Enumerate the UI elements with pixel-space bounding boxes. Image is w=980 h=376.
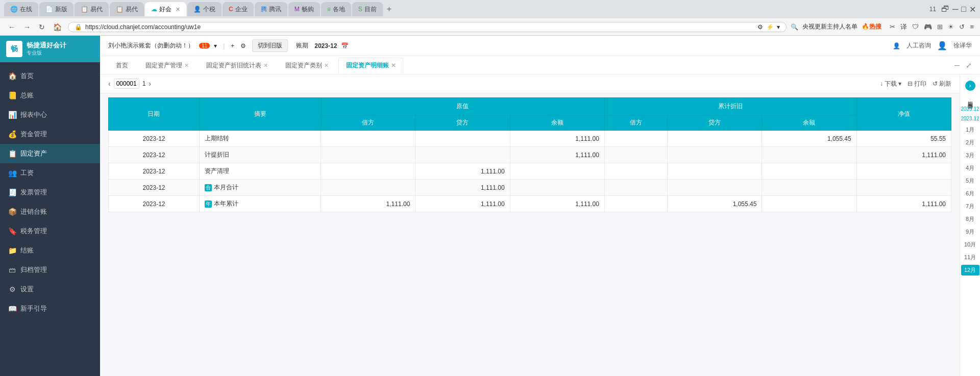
window-expand-icon[interactable]: ⤢ [966,61,972,69]
nav-item-label: 发票管理 [20,188,47,197]
prev-page-button[interactable]: ‹ [108,80,111,88]
browser-tab-changou[interactable]: M 畅购 [288,2,320,16]
cell-orig-credit [415,131,510,147]
download-button[interactable]: ↓ 下载 ▾ [880,80,901,88]
translate-icon[interactable]: 译 [900,22,907,32]
next-page-button[interactable]: › [149,80,151,88]
close-tab-icon[interactable]: ✕ [184,62,189,69]
tab-label: 企业 [235,5,248,14]
tab-asset-detail[interactable]: 固定资产明细账 ✕ [338,58,403,73]
url-box[interactable]: 🔒 https://cloud.chanjet.com/accounting/u… [68,22,787,32]
brightness-icon[interactable]: ☀ [948,23,954,31]
sidebar-subtitle: 专业版 [27,49,66,57]
sidebar-item-general-ledger[interactable]: 📒 总账 [0,86,100,105]
grid-icon[interactable]: ⊞ [937,23,943,31]
browser-tab-new[interactable]: 📄 新版 [39,2,74,16]
window-minimize-icon[interactable]: ─ [954,61,960,69]
sidebar-item-funds[interactable]: 💰 资金管理 [0,124,100,144]
month-3[interactable]: 3月 [961,150,979,161]
scissors-icon[interactable]: ✂ [890,23,895,31]
page-input[interactable] [114,79,139,89]
close-icon[interactable]: ✕ [176,6,180,13]
browser-tab-online[interactable]: 🌐 在线 [4,2,38,16]
switch-version-button[interactable]: 切到旧版 [252,39,288,52]
cell-orig-balance: 1,111.00 [510,147,604,163]
browser-tab-yidai1[interactable]: 📋 易代 [75,2,109,16]
sidebar-item-settings[interactable]: ⚙ 设置 [0,280,100,299]
cell-orig-debit [321,163,415,180]
collapse-button[interactable]: › [965,81,975,91]
browser-tab-muqian[interactable]: S 目前 [352,2,383,16]
dropdown-arrow[interactable]: ▾ [214,42,217,49]
nav-item-label: 进销台账 [20,207,47,216]
add-tab-button[interactable]: + [384,5,395,14]
month-9[interactable]: 9月 [961,227,979,237]
sidebar-item-reports[interactable]: 📊 报表中心 [0,105,100,124]
close-window-button[interactable]: ✕ [969,5,976,14]
browser-tab-haokuai[interactable]: ☁ 好会 ✕ [145,2,186,16]
browser-tab-qiye[interactable]: C 企业 [223,2,254,16]
maximize-button[interactable]: □ [961,5,966,14]
badge-count[interactable]: 11 [929,6,936,13]
forward-button[interactable]: → [21,22,33,32]
month-10[interactable]: 10月 [961,239,979,250]
close-tab-icon[interactable]: ✕ [263,62,268,69]
shield-icon[interactable]: 🛡 [912,23,919,31]
sidebar-item-inventory[interactable]: 📦 进销台账 [0,202,100,221]
browser-tab-yidai2[interactable]: 📋 易代 [110,2,144,16]
month-4[interactable]: 4月 [961,163,979,173]
tab-asset-category[interactable]: 固定资产类别 ✕ [278,58,336,73]
cell-orig-balance: 1,111.00 [510,196,604,212]
settings-button[interactable]: ⚙ [240,42,246,49]
month-1[interactable]: 1月 [961,124,979,135]
sidebar-item-home[interactable]: 🏠 首页 [0,66,100,86]
month-8[interactable]: 8月 [961,214,979,224]
browser-tab-tengxun[interactable]: 腾 腾讯 [255,2,287,16]
menu-icon[interactable]: ≡ [970,23,974,31]
sidebar-item-tax[interactable]: 🔖 税务管理 [0,221,100,241]
close-tab-icon[interactable]: ✕ [391,62,396,69]
month-5[interactable]: 5月 [961,176,979,186]
close-tab-icon[interactable]: ✕ [324,62,329,69]
undo-icon[interactable]: ↺ [959,23,965,31]
sidebar-item-close[interactable]: 📁 结账 [0,241,100,260]
browser-tab-geshui[interactable]: 👤 个税 [187,2,222,16]
restore-button[interactable]: 🗗 [941,5,949,14]
calendar-icon[interactable]: 📅 [341,42,349,49]
cell-accum-debit [604,131,667,147]
sidebar-item-payroll[interactable]: 👥 工资 [0,163,100,183]
right-panel: › 期间选择 2023.12 2023.12 1月 2月 3月 4月 5月 6月… [960,74,980,376]
cell-date: 2023-12 [109,131,200,147]
month-7[interactable]: 7月 [961,201,979,212]
col-accum-debit: 借方 [604,115,667,131]
browser-tab-gedi[interactable]: ≡ 各地 [321,2,351,16]
gamepad-icon[interactable]: 🎮 [924,23,932,31]
nav-item-label: 固定资产 [20,149,47,158]
add-button[interactable]: + [231,42,234,49]
ledger-icon: 📒 [8,91,16,99]
help-label[interactable]: 人工咨询 [906,41,931,50]
tab-fixed-assets-management[interactable]: 固定资产管理 ✕ [138,58,197,73]
month-12[interactable]: 12月 [961,265,979,275]
sidebar-item-invoices[interactable]: 🧾 发票管理 [0,183,100,202]
sidebar-item-archive[interactable]: 🗃 归档管理 [0,260,100,280]
month-11[interactable]: 11月 [961,252,979,263]
cell-summary: 资产清理 [199,163,321,180]
tab-depreciation-stats[interactable]: 固定资产折旧统计表 ✕ [199,58,276,73]
refresh-button[interactable]: ↻ [37,22,47,32]
tab-home[interactable]: 首页 [108,58,136,73]
summary-icon: 合 [205,184,212,191]
month-6[interactable]: 6月 [961,188,979,199]
account-badge: 11 [199,43,210,48]
cell-orig-credit [415,147,510,163]
print-button[interactable]: ⊟ 打印 [908,80,926,88]
refresh-button[interactable]: ↺ 刷新 [933,80,951,88]
period-select-label: 期间选择 [967,95,974,103]
sidebar-item-guide[interactable]: 📖 新手引导 [0,299,100,318]
sidebar-item-fixed-assets[interactable]: 📋 固定资产 [0,144,100,163]
month-2[interactable]: 2月 [961,137,979,148]
home-button[interactable]: 🏠 [51,22,64,32]
minimize-button[interactable]: ─ [952,5,958,14]
table-row: 2023-12 年本年累计 1,111.00 1,111.00 1,111.00… [109,196,951,212]
back-button[interactable]: ← [6,22,17,32]
